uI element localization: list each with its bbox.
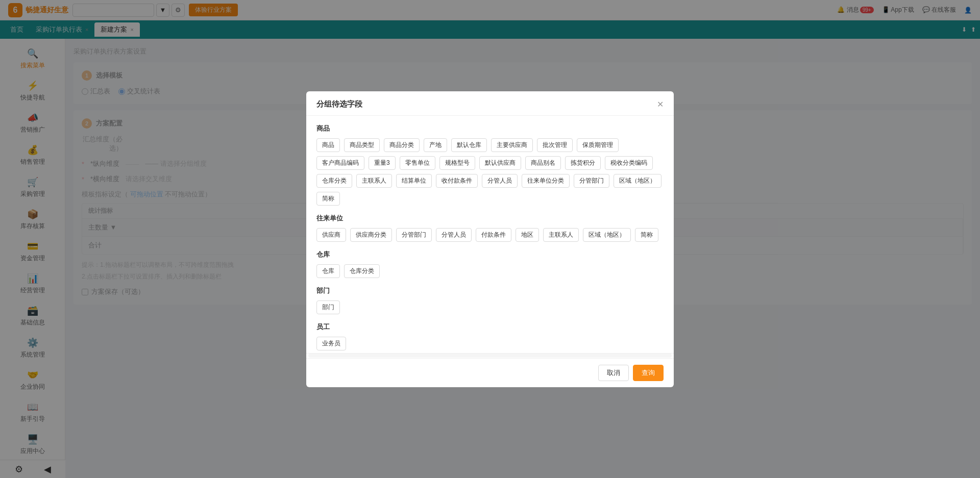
confirm-button[interactable]: 查询 [633, 365, 664, 381]
field-tag-1-4[interactable]: 付款条件 [476, 228, 511, 242]
modal-overlay: 分组待选字段 ✕ 商品商品商品类型商品分类产地默认仓库主要供应商批次管理保质期管… [0, 0, 980, 478]
field-tag-0-2[interactable]: 商品分类 [384, 138, 420, 152]
field-tags-1: 供应商供应商分类分管部门分管人员付款条件地区主联系人区域（地区）简称 [316, 228, 664, 242]
modal-body[interactable]: 商品商品商品类型商品分类产地默认仓库主要供应商批次管理保质期管理客户商品编码重量… [306, 116, 674, 353]
field-group-title-0: 商品 [316, 124, 664, 133]
field-tag-1-5[interactable]: 地区 [516, 228, 539, 242]
field-tag-0-0[interactable]: 商品 [316, 138, 340, 152]
field-group-title-2: 仓库 [316, 250, 664, 259]
field-tag-0-22[interactable]: 分管部门 [574, 174, 609, 188]
field-select-modal: 分组待选字段 ✕ 商品商品商品类型商品分类产地默认仓库主要供应商批次管理保质期管… [306, 91, 674, 387]
field-tag-0-19[interactable]: 收付款条件 [436, 174, 478, 188]
field-tag-0-1[interactable]: 商品类型 [344, 138, 380, 152]
field-tag-1-3[interactable]: 分管人员 [436, 228, 472, 242]
field-tag-0-24[interactable]: 简称 [316, 192, 340, 206]
modal-footer: 取消 查询 [306, 358, 674, 387]
field-tag-1-0[interactable]: 供应商 [316, 228, 346, 242]
field-group-1: 往来单位供应商供应商分类分管部门分管人员付款条件地区主联系人区域（地区）简称 [316, 214, 664, 242]
field-tag-2-1[interactable]: 仓库分类 [344, 264, 380, 278]
field-tag-1-6[interactable]: 主联系人 [543, 228, 579, 242]
field-tags-0: 商品商品类型商品分类产地默认仓库主要供应商批次管理保质期管理客户商品编码重量3零… [316, 138, 664, 206]
field-tag-1-2[interactable]: 分管部门 [396, 228, 432, 242]
field-tags-3: 部门 [316, 300, 664, 314]
field-tag-0-11[interactable]: 规格型号 [439, 156, 475, 170]
field-tag-1-7[interactable]: 区域（地区） [583, 228, 631, 242]
field-tag-0-16[interactable]: 仓库分类 [316, 174, 352, 188]
field-tag-0-14[interactable]: 拣货积分 [565, 156, 601, 170]
field-tag-0-17[interactable]: 主联系人 [356, 174, 392, 188]
field-tag-0-10[interactable]: 零售单位 [400, 156, 435, 170]
field-group-4: 员工业务员 [316, 322, 664, 350]
field-tag-0-23[interactable]: 区域（地区） [614, 174, 662, 188]
field-tag-0-6[interactable]: 批次管理 [537, 138, 573, 152]
field-tag-0-3[interactable]: 产地 [424, 138, 447, 152]
field-tag-0-4[interactable]: 默认仓库 [451, 138, 487, 152]
modal-hscroll[interactable] [306, 353, 674, 358]
field-tag-0-9[interactable]: 重量3 [369, 156, 396, 170]
field-tag-0-15[interactable]: 税收分类编码 [605, 156, 653, 170]
modal-header: 分组待选字段 ✕ [306, 91, 674, 116]
field-tag-0-18[interactable]: 结算单位 [396, 174, 432, 188]
field-tag-0-12[interactable]: 默认供应商 [479, 156, 521, 170]
cancel-button[interactable]: 取消 [598, 365, 629, 381]
field-tag-0-7[interactable]: 保质期管理 [577, 138, 619, 152]
field-tag-0-20[interactable]: 分管人员 [482, 174, 518, 188]
field-group-3: 部门部门 [316, 286, 664, 314]
field-tag-3-0[interactable]: 部门 [316, 300, 340, 314]
field-tags-4: 业务员 [316, 337, 664, 350]
modal-hscroll-inner [308, 354, 672, 358]
field-group-title-3: 部门 [316, 286, 664, 295]
field-tag-2-0[interactable]: 仓库 [316, 264, 340, 278]
field-group-2: 仓库仓库仓库分类 [316, 250, 664, 278]
modal-close-btn[interactable]: ✕ [657, 99, 664, 109]
field-tag-0-8[interactable]: 客户商品编码 [316, 156, 364, 170]
field-tag-0-13[interactable]: 商品别名 [525, 156, 561, 170]
field-tag-1-1[interactable]: 供应商分类 [350, 228, 392, 242]
field-tags-2: 仓库仓库分类 [316, 264, 664, 278]
field-group-title-1: 往来单位 [316, 214, 664, 223]
field-tag-1-8[interactable]: 简称 [635, 228, 658, 242]
modal-title: 分组待选字段 [316, 99, 362, 109]
field-group-0: 商品商品商品类型商品分类产地默认仓库主要供应商批次管理保质期管理客户商品编码重量… [316, 124, 664, 206]
field-group-title-4: 员工 [316, 322, 664, 332]
field-tag-0-5[interactable]: 主要供应商 [491, 138, 533, 152]
field-tag-0-21[interactable]: 往来单位分类 [522, 174, 570, 188]
field-tag-4-0[interactable]: 业务员 [316, 337, 346, 350]
